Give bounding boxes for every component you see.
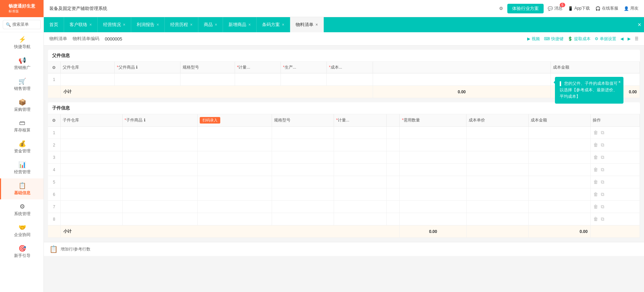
child-row-3-delete-icon[interactable]: 🗑 (593, 154, 598, 160)
child-row-7-delete-icon[interactable]: 🗑 (593, 204, 598, 209)
parent-row-index: 1 (48, 73, 60, 86)
sidebar-item-marketing[interactable]: 📢 营销推广 (0, 53, 44, 74)
child-row-8-copy-icon[interactable]: ⧉ (601, 216, 604, 222)
tab-goods[interactable]: 商品 × (198, 17, 223, 32)
tooltip-close-button[interactable]: × (618, 79, 621, 85)
child-row-1-copy-icon[interactable]: ⧉ (601, 130, 604, 135)
nav-next-icon[interactable]: ▶ (628, 36, 631, 41)
tab-profit[interactable]: 利润报告 × (131, 17, 165, 32)
child-row-8-index: 8 (48, 213, 60, 225)
child-row-1-product[interactable] (122, 127, 198, 139)
tab-operations-label: 经营情况 (103, 22, 121, 28)
trial-button[interactable]: 体验行业方案 (507, 4, 544, 13)
shortcut-action-button[interactable]: ⌨ 快捷键 (544, 36, 564, 42)
parent-row-spec[interactable] (181, 73, 235, 86)
parent-row-warehouse[interactable] (60, 73, 114, 86)
tab-new-goods[interactable]: 新增商品 × (223, 17, 257, 32)
sidebar-item-purchase[interactable]: 📦 采购管理 (0, 95, 44, 116)
parent-col-settings[interactable]: ⚙ (48, 62, 60, 73)
tab-operations-close[interactable]: × (123, 22, 125, 27)
child-row-1-index: 1 (48, 127, 60, 139)
child-section: 子件信息 ⚙ 子件仓库 *子件商品 ℹ 扫码录入 规格型号 *计量... *需用… (48, 102, 640, 238)
app-download-action[interactable]: 📱 App下载 (568, 5, 590, 11)
child-row-4-copy-icon[interactable]: ⧉ (601, 167, 604, 172)
child-row-1-unit-cost[interactable] (467, 127, 529, 139)
child-row-1-warehouse[interactable] (60, 127, 122, 139)
tab-new-goods-close[interactable]: × (248, 22, 251, 27)
child-row-1-spec[interactable] (272, 127, 334, 139)
doc-settings-icon: ⚙ (595, 36, 598, 41)
sidebar-item-inventory[interactable]: 🗃 库存核算 (0, 116, 44, 137)
child-row-2-delete-icon[interactable]: 🗑 (593, 142, 598, 148)
sidebar-item-guide[interactable]: 🎯 新手引导 (0, 241, 44, 262)
child-row-4-delete-icon[interactable]: 🗑 (593, 167, 598, 172)
tab-profit-close[interactable]: × (157, 22, 159, 27)
child-row-8-delete-icon[interactable]: 🗑 (593, 216, 598, 222)
child-row-2-product[interactable] (122, 139, 198, 151)
child-row-5-copy-icon[interactable]: ⧉ (601, 179, 604, 185)
child-col-product: *子件商品 ℹ (122, 114, 198, 127)
parent-row-product[interactable] (114, 73, 180, 86)
tab-bom[interactable]: 物料清单 × (290, 17, 324, 32)
parent-section-title: 父件信息 (48, 50, 640, 62)
sidebar-item-basic-info[interactable]: 📋 基础信息 (0, 178, 44, 199)
child-row-7-copy-icon[interactable]: ⧉ (601, 204, 604, 209)
child-row-5-index: 5 (48, 176, 60, 188)
expand-icon[interactable]: ☰ (635, 36, 639, 41)
tab-history-close[interactable]: × (190, 22, 193, 27)
settings-label: 单据设置 (600, 36, 616, 42)
child-row-1-delete-icon[interactable]: 🗑 (593, 130, 598, 135)
child-row-2-warehouse[interactable] (60, 139, 122, 151)
child-col-settings[interactable]: ⚙ (48, 114, 60, 127)
child-subtotal-qty: 0.00 (400, 225, 467, 238)
parent-row-cost[interactable] (327, 73, 373, 86)
message-action[interactable]: 💬 消息 6 (548, 5, 562, 11)
scan-button[interactable]: 扫码录入 (200, 117, 220, 124)
header-settings-icon[interactable]: ⚙ (499, 6, 503, 11)
cost-action-button[interactable]: 💲 提取成本 (568, 36, 591, 42)
online-service-action[interactable]: 🎧 在线客服 (595, 5, 618, 11)
sidebar-item-quick-nav[interactable]: ⚡ 快捷导航 (0, 32, 44, 53)
tab-customer-close[interactable]: × (89, 22, 92, 27)
app-download-label: App下载 (574, 5, 590, 11)
tab-barcode-close[interactable]: × (282, 22, 284, 27)
child-row-3-product[interactable] (122, 151, 198, 164)
child-row-2-unit[interactable] (334, 139, 386, 151)
tab-goods-close[interactable]: × (215, 22, 217, 27)
tab-home[interactable]: 首页 (44, 17, 64, 32)
add-row-icon[interactable]: 📋 (49, 245, 58, 253)
user-action[interactable]: 👤 用友 (624, 5, 639, 11)
sidebar-item-operations[interactable]: 📊 经营管理 (0, 157, 44, 178)
child-row-2-unit-cost[interactable] (467, 139, 529, 151)
parent-row-production[interactable] (281, 73, 327, 86)
child-row-1-unit[interactable] (334, 127, 386, 139)
tooltip-indicator (560, 81, 561, 86)
tab-operations[interactable]: 经营情况 × (98, 17, 131, 32)
child-row-2-qty[interactable] (400, 139, 467, 151)
parent-row-unit[interactable] (235, 73, 281, 86)
child-row-2-copy-icon[interactable]: ⧉ (601, 142, 604, 148)
child-row-6-delete-icon[interactable]: 🗑 (593, 191, 598, 197)
tab-new-goods-label: 新增商品 (228, 22, 246, 28)
child-col-scan[interactable]: 扫码录入 (198, 114, 272, 127)
child-row-3-warehouse[interactable] (60, 151, 122, 164)
child-row-5-delete-icon[interactable]: 🗑 (593, 179, 598, 185)
search-menu-button[interactable]: 🔍 搜索菜单 (3, 20, 41, 29)
tab-barcode[interactable]: 条码方案 × (257, 17, 290, 32)
sidebar-item-system[interactable]: ⚙ 系统管理 (0, 199, 44, 220)
sidebar-item-sales[interactable]: 🛒 销售管理 (0, 74, 44, 95)
tab-customer[interactable]: 客户联络 × (64, 17, 98, 32)
view-action-button[interactable]: ▶ 视频 (527, 36, 540, 42)
sidebar-item-enterprise[interactable]: 🤝 企业协同 (0, 220, 44, 241)
child-row-6-copy-icon[interactable]: ⧉ (601, 191, 604, 197)
settings-action-button[interactable]: ⚙ 单据设置 (595, 36, 616, 42)
child-row-1-qty[interactable] (400, 127, 467, 139)
nav-prev-icon[interactable]: ◀ (620, 36, 623, 41)
tab-history[interactable]: 经营历程 × (165, 17, 198, 32)
tab-more-button[interactable]: × (637, 21, 644, 28)
child-row-3-copy-icon[interactable]: ⧉ (601, 154, 604, 160)
sidebar-item-finance[interactable]: 💰 资金管理 (0, 137, 44, 157)
child-row-2-spec[interactable] (272, 139, 334, 151)
child-col-warehouse: 子件仓库 (60, 114, 122, 127)
tab-bom-close[interactable]: × (315, 22, 318, 27)
